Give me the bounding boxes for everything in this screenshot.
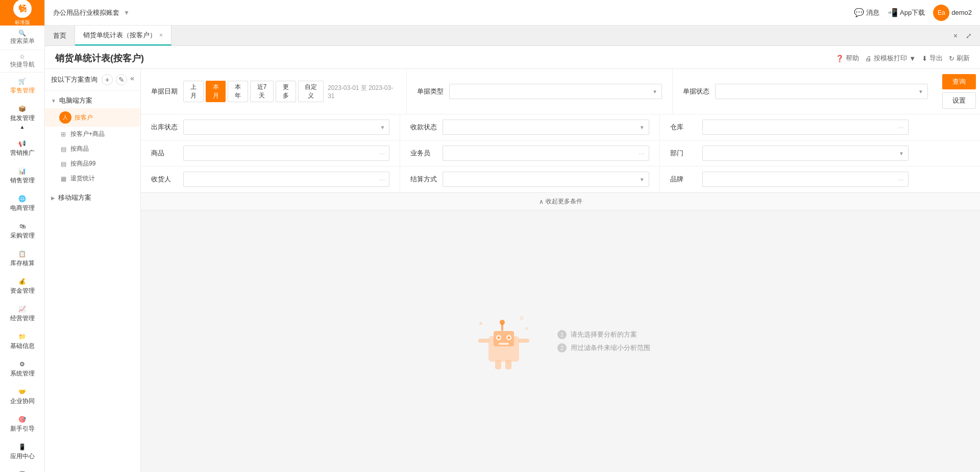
sidebar-item-search-menu[interactable]: 🔍 搜索菜单 xyxy=(0,26,44,50)
message-button[interactable]: 💬 消息 xyxy=(854,8,879,17)
date-btn-this-year[interactable]: 本年 xyxy=(228,81,248,102)
refresh-button[interactable]: ↻ 刷新 xyxy=(949,54,970,63)
print-icon: 🖨 xyxy=(865,55,872,62)
table-icon: ▤ xyxy=(59,145,67,153)
date-btn-last7[interactable]: 近7天 xyxy=(250,81,274,102)
sidebar-item-ecommerce[interactable]: 🌐 电商管理 xyxy=(0,190,44,218)
warehouse-input[interactable]: ··· xyxy=(702,120,909,135)
date-btn-custom[interactable]: 自定义 xyxy=(298,81,324,102)
scheme-group-desktop-header[interactable]: ▼ 电脑端方案 xyxy=(45,93,140,108)
settlement-arrow-icon: ▼ xyxy=(640,177,645,182)
purchase-icon: 🛍 xyxy=(19,223,26,230)
bar-icon: ▦ xyxy=(59,175,67,183)
sidebar-item-base-info[interactable]: 📁 基础信息 xyxy=(0,328,44,356)
department-select[interactable]: ▼ xyxy=(702,146,909,161)
inventory-icon: 📋 xyxy=(18,250,26,257)
scheme-item-by-customer[interactable]: 人 按客户 xyxy=(45,108,140,127)
sidebar-item-label: 销售管理 xyxy=(10,176,35,185)
product-label: 商品 xyxy=(151,149,179,158)
date-btn-more[interactable]: 更多 xyxy=(276,81,296,102)
sidebar-item-enterprise[interactable]: 🤝 企业协同 xyxy=(0,383,44,411)
scheme-item-return-stat[interactable]: ▦ 退货统计 xyxy=(45,171,140,186)
tab-close-icon[interactable]: × xyxy=(159,32,163,39)
scheme-item-by-product99[interactable]: ▤ 按商品99 xyxy=(45,156,140,171)
tab-home-label: 首页 xyxy=(53,31,66,40)
tab-home[interactable]: 首页 xyxy=(45,26,75,45)
sidebar-item-enterprise-wechat[interactable]: 💬 企业微信 xyxy=(0,466,44,472)
user-profile[interactable]: Ea demo2 xyxy=(933,5,972,21)
receiver-input[interactable]: ··· xyxy=(183,172,389,187)
scheme-item-by-product[interactable]: ▤ 按商品 xyxy=(45,141,140,156)
sidebar-item-label: 系统管理 xyxy=(10,369,35,378)
settlement-select[interactable]: ▼ xyxy=(443,172,649,187)
empty-illustration xyxy=(471,308,537,374)
sidebar-item-marketing[interactable]: 📢 营销推广 xyxy=(0,135,44,162)
sidebar-item-finance[interactable]: 💰 资金管理 xyxy=(0,273,44,300)
scheme-group-desktop: ▼ 电脑端方案 人 按客户 ⊞ 按客户+商品 ▤ xyxy=(45,91,140,188)
product-dots-icon: ··· xyxy=(379,149,385,157)
sidebar-item-quick-nav[interactable]: ☆ 快捷导航 xyxy=(0,50,44,73)
app-download-button[interactable]: 📲 App下载 xyxy=(888,8,925,17)
add-icon: + xyxy=(105,76,109,84)
add-scheme-button[interactable]: + xyxy=(102,74,113,85)
sidebar-item-inventory[interactable]: 📋 库存核算 xyxy=(0,245,44,273)
empty-hints: 1 请先选择要分析的方案 2 用过滤条件来缩小分析范围 xyxy=(557,330,650,352)
page-title: 销货单统计表(按客户) xyxy=(55,52,144,64)
customer-icon: 人 xyxy=(63,114,68,121)
order-type-select[interactable]: ▼ xyxy=(449,84,662,99)
date-btn-this-month[interactable]: 本月 xyxy=(206,81,226,102)
export-button[interactable]: ⬇ 导出 xyxy=(922,54,943,63)
sidebar-item-wholesale[interactable]: 📦 批发管理 ▲ xyxy=(0,100,44,135)
date-btn-last-month[interactable]: 上月 xyxy=(183,81,204,102)
search-icon: 🔍 xyxy=(0,30,44,37)
sidebar-item-sales[interactable]: 📊 销售管理 xyxy=(0,162,44,190)
action-buttons: 查询 设置 xyxy=(938,69,980,114)
logo-subtext: 标准版 xyxy=(15,19,30,26)
collapse-more-button[interactable]: ∧ 收起更多条件 xyxy=(141,193,980,210)
empty-hint-2-text: 用过滤条件来缩小分析范围 xyxy=(571,343,650,352)
sidebar: 畅 标准版 🔍 搜索菜单 ☆ 快捷导航 🛒 零售管理 📦 批发管理 ▲ 📢 营销… xyxy=(0,0,45,472)
right-section: 单据日期 上月 本月 本年 近7天 更多 自定义 2023-03-01 至 20… xyxy=(141,69,980,472)
print-button[interactable]: 🖨 按模板打印 ▼ xyxy=(865,54,916,63)
sidebar-item-operation[interactable]: 📈 经营管理 xyxy=(0,300,44,328)
action-buttons-spacer2 xyxy=(919,140,980,166)
salesperson-input[interactable]: ··· xyxy=(443,146,649,161)
maximize-button[interactable]: ⤢ xyxy=(966,32,974,40)
help-button[interactable]: ❓ 帮助 xyxy=(836,54,859,63)
payment-select[interactable]: ▼ xyxy=(443,120,649,135)
scheme-item-label: 按商品 xyxy=(70,145,89,153)
topbar-dropdown-arrow[interactable]: ▼ xyxy=(124,9,130,16)
edit-scheme-button[interactable]: ✎ xyxy=(116,74,127,85)
settings-button[interactable]: 设置 xyxy=(942,92,976,109)
finance-icon: 💰 xyxy=(18,278,26,285)
warehouse-label: 仓库 xyxy=(670,123,698,132)
brand-input[interactable]: ··· xyxy=(702,172,909,187)
avatar-text: Ea xyxy=(938,9,945,16)
edit-icon: ✎ xyxy=(118,76,125,84)
query-button[interactable]: 查询 xyxy=(942,74,976,89)
sidebar-item-app-center[interactable]: 📱 应用中心 xyxy=(0,438,44,466)
svg-point-12 xyxy=(500,320,505,325)
payment-arrow-icon: ▼ xyxy=(640,125,645,130)
export-label: 导出 xyxy=(929,54,943,63)
sidebar-item-new-guide[interactable]: 🎯 新手引导 xyxy=(0,411,44,438)
sidebar-item-label: 企业协同 xyxy=(10,397,35,406)
grid-icon: ⊞ xyxy=(59,130,67,138)
scheme-group-mobile-header[interactable]: ▶ 移动端方案 xyxy=(45,190,140,205)
sidebar-item-purchase[interactable]: 🛍 采购管理 xyxy=(0,218,44,245)
close-button[interactable]: × xyxy=(953,32,962,40)
order-status-select[interactable]: ▼ xyxy=(715,84,928,99)
sidebar-item-system[interactable]: ⚙ 系统管理 xyxy=(0,356,44,383)
system-icon: ⚙ xyxy=(19,361,25,368)
scheme-item-by-customer-product[interactable]: ⊞ 按客户+商品 xyxy=(45,127,140,141)
order-type-arrow-icon: ▼ xyxy=(652,89,657,95)
refresh-label: 刷新 xyxy=(957,54,970,63)
collapse-panel-button[interactable]: « xyxy=(130,74,134,85)
sidebar-item-retail[interactable]: 🛒 零售管理 xyxy=(0,73,44,100)
tab-sales-stat[interactable]: 销货单统计表（按客户） × xyxy=(75,26,172,45)
delivery-select[interactable]: ▼ xyxy=(183,120,389,135)
salesperson-label: 业务员 xyxy=(410,149,438,158)
product-input[interactable]: ··· xyxy=(183,146,389,161)
warehouse-dots-icon: ··· xyxy=(898,123,904,131)
sidebar-logo: 畅 标准版 xyxy=(0,0,44,26)
